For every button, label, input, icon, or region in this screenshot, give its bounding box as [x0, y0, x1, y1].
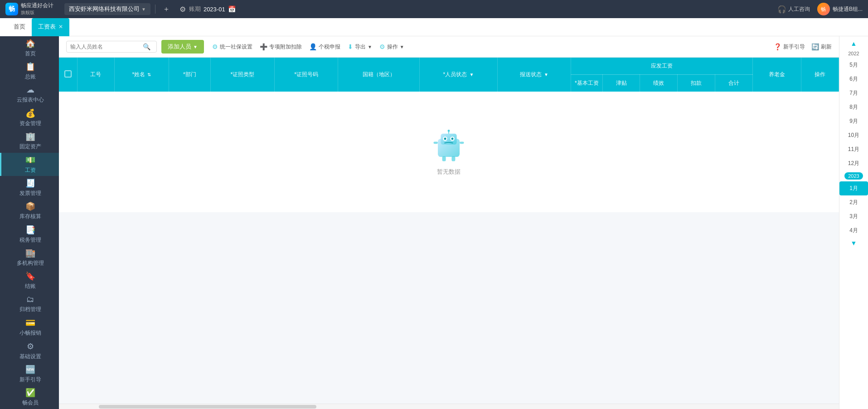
social-security-icon: ⚙ — [212, 43, 218, 50]
sidebar-item-ledger[interactable]: 📋 总账 — [0, 59, 59, 83]
company-name: 西安虾米网络科技有限公司 — [69, 5, 140, 13]
month-2022-11[interactable]: 11月 — [839, 142, 868, 156]
special-deduct-icon: ➕ — [260, 43, 267, 50]
special-deduct-btn[interactable]: ➕ 专项附加扣除 — [260, 43, 302, 51]
month-2023-4[interactable]: 4月 — [839, 224, 868, 238]
tax-report-btn[interactable]: 👤 个税申报 — [309, 43, 340, 51]
scroll-thumb[interactable] — [99, 405, 316, 409]
tab-home[interactable]: 首页 — [7, 18, 32, 36]
tab-salary[interactable]: 工资表 ✕ — [32, 18, 69, 36]
th-name: *姓名 ⇅ — [115, 58, 169, 92]
search-input[interactable] — [70, 44, 143, 50]
th-pension: 养老金 — [752, 58, 801, 92]
year-2023-badge: 2023 — [844, 172, 863, 180]
period-label: 账期 — [189, 5, 201, 13]
social-security-btn[interactable]: ⚙ 统一社保设置 — [212, 43, 252, 51]
settings-sidebar-icon: ⚙ — [27, 341, 34, 351]
month-2023-3[interactable]: 3月 — [839, 209, 868, 224]
export-btn[interactable]: ⬇ 导出 ▼ — [348, 43, 372, 51]
month-2022-9[interactable]: 9月 — [839, 114, 868, 128]
year-prev-arrow[interactable]: ▲ — [849, 38, 859, 49]
settlement-icon: 🔖 — [25, 271, 35, 281]
sidebar-item-fund[interactable]: 💰 资金管理 — [0, 106, 59, 129]
headset-icon: 🎧 — [777, 5, 786, 14]
sidebar: 🏠 首页 📋 总账 ☁ 云报表中心 💰 资金管理 🏢 固定资产 💵 工资 🧾 发… — [0, 36, 59, 409]
sidebar-item-tax[interactable]: 📑 税务管理 — [0, 223, 59, 246]
user-area[interactable]: 畅 畅捷通B组... — [817, 3, 863, 15]
month-2023-1[interactable]: 1月 — [839, 181, 868, 195]
month-2023-2[interactable]: 2月 — [839, 195, 868, 209]
month-2022-12[interactable]: 12月 — [839, 156, 868, 170]
search-wrap: 🔍 — [66, 41, 157, 53]
th-performance: 绩效 — [640, 75, 678, 92]
service-label: 人工咨询 — [788, 5, 810, 13]
empty-row: 暂无数据 — [59, 92, 839, 212]
guide-btn[interactable]: ❓ 新手引导 — [774, 43, 805, 51]
export-icon: ⬇ — [348, 43, 353, 50]
header-divider — [155, 5, 155, 14]
sidebar-item-multi-org[interactable]: 🏬 多机构管理 — [0, 246, 59, 269]
calendar-icon[interactable]: 📅 — [228, 5, 236, 13]
add-person-button[interactable]: 添加人员 ▼ — [161, 40, 204, 54]
sidebar-item-settings-label: 基础设置 — [19, 353, 41, 360]
inventory-icon: 📦 — [25, 201, 35, 211]
sidebar-item-inventory[interactable]: 📦 库存核算 — [0, 200, 59, 223]
sidebar-item-settlement[interactable]: 🔖 结账 — [0, 269, 59, 292]
bottom-scrollbar[interactable] — [59, 404, 839, 409]
tab-salary-close-icon[interactable]: ✕ — [58, 24, 63, 30]
refresh-btn[interactable]: 🔄 刷新 — [811, 43, 832, 51]
right-date-panel: ▲ 2022 5月 6月 7月 8月 9月 10月 11月 12月 2023 1… — [839, 36, 868, 409]
select-all-checkbox[interactable] — [64, 70, 72, 78]
status-filter-icon[interactable]: ▼ — [470, 72, 474, 77]
sidebar-item-fixed-assets[interactable]: 🏢 固定资产 — [0, 130, 59, 153]
svg-rect-8 — [434, 141, 438, 144]
period-area: 账期 2023-01 📅 — [189, 5, 236, 13]
sidebar-item-assets-label: 固定资产 — [19, 143, 41, 151]
table-container: 工号 *姓名 ⇅ *部门 *证照类型 *证照号码 — [59, 58, 839, 404]
special-deduct-label: 专项附加扣除 — [269, 43, 302, 51]
month-2022-10[interactable]: 10月 — [839, 128, 868, 142]
cloud-icon: ☁ — [26, 85, 34, 95]
year-next-arrow[interactable]: ▼ — [849, 238, 859, 248]
checkbox-header[interactable] — [59, 58, 77, 92]
add-icon[interactable]: ＋ — [160, 3, 173, 15]
table-header-row1: 工号 *姓名 ⇅ *部门 *证照类型 *证照号码 — [59, 58, 839, 75]
sidebar-item-ledger-label: 总账 — [25, 73, 36, 81]
month-2022-6[interactable]: 6月 — [839, 72, 868, 86]
sidebar-item-salary[interactable]: 💵 工资 — [0, 153, 59, 176]
ops-label: 操作 — [387, 43, 398, 51]
company-selector[interactable]: 西安虾米网络科技有限公司 ▼ — [64, 3, 150, 15]
sidebar-item-home[interactable]: 🏠 首页 — [0, 36, 59, 59]
sidebar-item-cloud-report[interactable]: ☁ 云报表中心 — [0, 83, 59, 106]
tab-salary-label: 工资表 — [38, 23, 56, 31]
home-icon: 🏠 — [25, 39, 35, 49]
sidebar-item-archive[interactable]: 🗂 归档管理 — [0, 292, 59, 316]
svg-point-5 — [451, 138, 454, 140]
sidebar-item-invoice-label: 发票管理 — [19, 190, 41, 197]
toolbar-actions: ⚙ 统一社保设置 ➕ 专项附加扣除 👤 个税申报 ⬇ 导出 ▼ ⚙ — [212, 43, 404, 51]
settings-icon[interactable]: ⚙ — [176, 3, 189, 15]
service-btn[interactable]: 🎧 人工咨询 — [777, 5, 810, 14]
search-icon[interactable]: 🔍 — [143, 43, 150, 50]
assets-icon: 🏢 — [25, 131, 35, 141]
month-2022-5[interactable]: 5月 — [839, 58, 868, 72]
th-deduct: 扣款 — [678, 75, 715, 92]
sidebar-item-multiorg-label: 多机构管理 — [17, 259, 44, 267]
month-2022-7[interactable]: 7月 — [839, 86, 868, 100]
user-name: 畅捷通B组... — [833, 5, 863, 13]
ops-chevron-icon: ▼ — [400, 44, 404, 49]
th-total: 合计 — [715, 75, 753, 92]
sidebar-item-settlement-label: 结账 — [25, 282, 36, 290]
sidebar-item-member[interactable]: ✅ 畅会员 — [0, 386, 59, 409]
sidebar-item-expense[interactable]: 💳 小畅报销 — [0, 316, 59, 339]
ops-btn[interactable]: ⚙ 操作 ▼ — [379, 43, 404, 51]
sidebar-item-invoice[interactable]: 🧾 发票管理 — [0, 176, 59, 199]
report-filter-icon[interactable]: ▼ — [544, 72, 548, 77]
sidebar-item-settings[interactable]: ⚙ 基础设置 — [0, 339, 59, 362]
sidebar-item-guide[interactable]: 🆕 新手引导 — [0, 362, 59, 385]
add-chevron-icon: ▼ — [193, 44, 198, 49]
svg-rect-11 — [452, 156, 456, 161]
sort-name-icon[interactable]: ⇅ — [147, 72, 151, 77]
month-2022-8[interactable]: 8月 — [839, 100, 868, 114]
sidebar-item-cloud-label: 云报表中心 — [17, 96, 44, 104]
